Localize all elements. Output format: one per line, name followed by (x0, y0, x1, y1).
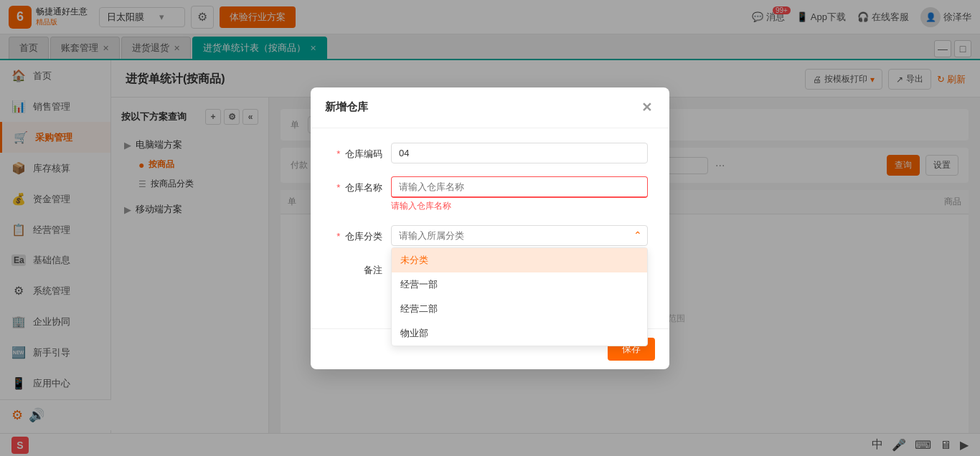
warehouse-name-input[interactable] (391, 176, 648, 198)
note-label: 备注 (332, 259, 382, 277)
dropdown-item-dept1[interactable]: 经营一部 (392, 272, 647, 297)
dialog-close-btn[interactable]: ✕ (638, 99, 655, 116)
modal-overlay[interactable]: 新增仓库 ✕ * 仓库编码 * 仓库名称 (0, 0, 980, 456)
dialog-body: * 仓库编码 * 仓库名称 请输入仓库名称 (311, 128, 669, 328)
warehouse-code-input[interactable] (391, 143, 648, 163)
dropdown-item-dept3[interactable]: 物业部 (392, 321, 647, 346)
category-input[interactable] (391, 225, 648, 246)
dropdown-item-uncategorized[interactable]: 未分类 (392, 248, 647, 272)
code-label: * 仓库编码 (332, 143, 382, 161)
form-row-name: * 仓库名称 请输入仓库名称 (332, 176, 648, 212)
dialog-header: 新增仓库 ✕ (311, 87, 669, 128)
form-row-category: * 仓库分类 ⌃ 未分类 经营一部 经营二部 物业部 (332, 225, 648, 246)
name-label: * 仓库名称 (332, 176, 382, 194)
dialog-title: 新增仓库 (325, 100, 368, 114)
name-error-msg: 请输入仓库名称 (391, 200, 648, 212)
form-row-code: * 仓库编码 (332, 143, 648, 163)
category-label: * 仓库分类 (332, 225, 382, 243)
category-dropdown: 未分类 经营一部 经营二部 物业部 (391, 247, 648, 346)
add-warehouse-dialog: 新增仓库 ✕ * 仓库编码 * 仓库名称 (311, 87, 669, 369)
dropdown-item-dept2[interactable]: 经营二部 (392, 297, 647, 321)
